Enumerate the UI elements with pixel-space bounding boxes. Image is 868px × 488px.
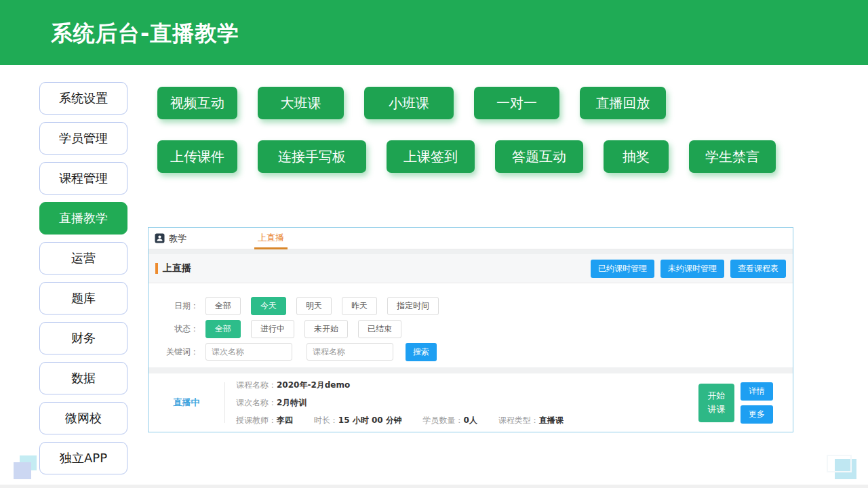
sidebar-item-live-teaching[interactable]: 直播教学 [39, 202, 127, 235]
sidebar: 系统设置 学员管理 课程管理 直播教学 运营 题库 财务 数据 微网校 独立AP… [39, 82, 127, 482]
sidebar-item-operations[interactable]: 运营 [39, 242, 127, 274]
lesson-name-line: 课次名称：2月特训 [236, 397, 582, 409]
panel-tabbar: 教学 上直播 [149, 228, 793, 249]
course-name-line: 课程名称：2020年-2月demo [236, 380, 582, 391]
view-schedule-button[interactable]: 查看课程表 [730, 260, 786, 278]
live-admin-panel: 教学 上直播 上直播 已约课时管理 未约课时管理 查看课程表 日期： 全部 今天… [148, 227, 793, 432]
teacher-value: 李四 [277, 415, 293, 425]
duration-value: 15 小时 00 分钟 [338, 415, 402, 425]
section-title: 上直播 [163, 262, 191, 274]
feature-upload-courseware[interactable]: 上传课件 [157, 140, 237, 173]
panel-divider-band [149, 367, 793, 373]
lesson-name-label: 课次名称： [236, 398, 277, 407]
section-title-wrap: 上直播 [155, 262, 191, 274]
sidebar-item-question-bank[interactable]: 题库 [39, 282, 127, 314]
feature-live-replay[interactable]: 直播回放 [580, 87, 666, 119]
keyword-filter-row: 关键词： 搜索 [159, 343, 793, 361]
section-accent-bar [155, 263, 158, 274]
course-name-input[interactable] [307, 343, 393, 361]
date-filter-label: 日期： [159, 300, 199, 312]
status-filter-row: 状态： 全部 进行中 未开始 已结束 [159, 320, 793, 338]
lesson-name-input[interactable] [205, 343, 292, 361]
sidebar-item-standalone-app[interactable]: 独立APP [39, 442, 127, 474]
page-header: 系统后台-直播教学 [0, 0, 868, 65]
panel-actions: 已约课时管理 未约课时管理 查看课程表 [591, 260, 786, 278]
detail-button[interactable]: 详情 [741, 382, 773, 401]
tab-go-live[interactable]: 上直播 [254, 228, 288, 249]
date-filter-custom-time[interactable]: 指定时间 [387, 297, 439, 315]
booked-hours-button[interactable]: 已约课时管理 [591, 260, 654, 278]
feature-large-class[interactable]: 大班课 [258, 87, 344, 119]
start-class-button[interactable]: 开始讲课 [698, 384, 734, 422]
sidebar-item-micro-school[interactable]: 微网校 [39, 402, 127, 434]
row-details: 课程名称：2020年-2月demo 课次名称：2月特训 授课教师：李四 时长：1… [225, 380, 582, 426]
meta-line: 授课教师：李四 时长：15 小时 00 分钟 学员数量：0人 课程类型：直播课 [236, 415, 582, 426]
status-filter-ongoing[interactable]: 进行中 [251, 320, 294, 338]
status-filter-ended[interactable]: 已结束 [358, 320, 401, 338]
student-count-pair: 学员数量：0人 [423, 415, 477, 425]
more-button[interactable]: 更多 [741, 405, 773, 424]
module-label: 教学 [169, 232, 186, 245]
course-type-value: 直播课 [539, 415, 564, 425]
start-class-line2: 讲课 [708, 404, 726, 414]
page-title: 系统后台-直播教学 [51, 19, 239, 49]
decoration-square-outline-right [827, 455, 852, 472]
date-filter-yesterday[interactable]: 昨天 [342, 297, 377, 315]
live-course-row: 直播中 课程名称：2020年-2月demo 课次名称：2月特训 授课教师：李四 … [149, 373, 793, 432]
feature-video-interaction[interactable]: 视频互动 [157, 87, 237, 119]
course-name-label: 课程名称： [236, 380, 277, 390]
sidebar-item-system-settings[interactable]: 系统设置 [39, 82, 127, 115]
sidebar-item-student-management[interactable]: 学员管理 [39, 122, 127, 155]
feature-connect-writing-tablet[interactable]: 连接手写板 [258, 140, 366, 173]
teacher-pair: 授课教师：李四 [236, 415, 293, 425]
student-count-label: 学员数量： [423, 415, 464, 425]
row-actions: 开始讲课 详情 更多 [698, 382, 793, 424]
status-filter-not-started[interactable]: 未开始 [304, 320, 348, 338]
search-button[interactable]: 搜索 [406, 343, 437, 361]
course-type-label: 课程类型： [498, 415, 539, 425]
student-count-value: 0人 [464, 415, 477, 425]
keyword-filter-label: 关键词： [159, 346, 199, 358]
sidebar-item-data[interactable]: 数据 [39, 362, 127, 394]
status-filter-label: 状态： [159, 323, 199, 335]
feature-lottery[interactable]: 抽奖 [604, 140, 669, 173]
unbooked-hours-button[interactable]: 未约课时管理 [660, 260, 724, 278]
filter-area: 日期： 全部 今天 明天 昨天 指定时间 状态： 全部 进行中 未开始 已结束 … [149, 283, 793, 367]
feature-row-1: 视频互动 大班课 小班课 一对一 直播回放 [157, 87, 666, 119]
feature-one-on-one[interactable]: 一对一 [474, 87, 559, 119]
course-name-value: 2020年-2月demo [277, 380, 350, 390]
sidebar-item-course-management[interactable]: 课程管理 [39, 162, 127, 195]
module-header: 教学 [155, 232, 186, 245]
start-class-line1: 开始 [708, 390, 726, 401]
feature-student-mute[interactable]: 学生禁言 [689, 140, 776, 173]
teaching-module-icon [155, 233, 165, 243]
date-filter-row: 日期： 全部 今天 明天 昨天 指定时间 [159, 297, 793, 314]
date-filter-tomorrow[interactable]: 明天 [296, 297, 332, 315]
live-status-badge: 直播中 [149, 396, 224, 409]
duration-pair: 时长：15 小时 00 分钟 [314, 415, 402, 425]
duration-label: 时长： [314, 415, 338, 425]
panel-gap [149, 249, 793, 254]
bottom-edge-strip [0, 485, 868, 488]
course-type-pair: 课程类型：直播课 [498, 415, 564, 425]
feature-quiz-interaction[interactable]: 答题互动 [495, 140, 583, 173]
sidebar-item-finance[interactable]: 财务 [39, 322, 127, 354]
decoration-square-lavender-left [14, 462, 31, 479]
feature-small-class[interactable]: 小班课 [364, 87, 454, 119]
feature-class-checkin[interactable]: 上课签到 [387, 140, 475, 173]
date-filter-today[interactable]: 今天 [251, 297, 286, 315]
date-filter-all[interactable]: 全部 [205, 297, 241, 315]
status-filter-all[interactable]: 全部 [205, 320, 241, 338]
teacher-label: 授课教师： [236, 415, 277, 425]
row-actions-stack: 详情 更多 [741, 382, 773, 424]
section-row: 上直播 已约课时管理 未约课时管理 查看课程表 [149, 254, 793, 283]
lesson-name-value: 2月特训 [277, 398, 307, 407]
feature-row-2: 上传课件 连接手写板 上课签到 答题互动 抽奖 学生禁言 [157, 140, 776, 173]
